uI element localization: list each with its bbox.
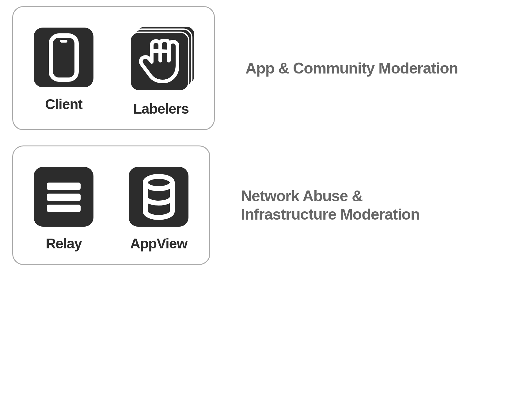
panel-top: Client Labelers [12, 6, 215, 130]
bars-icon [44, 177, 84, 217]
node-appview: AppView [127, 165, 191, 252]
row-network-infra: Relay AppView Network Abuse & Infrastruc… [6, 145, 526, 265]
node-labelers: Labelers [127, 25, 196, 117]
svg-rect-5 [47, 194, 81, 201]
node-appview-label: AppView [130, 235, 187, 252]
row-app-community: Client Labelers App & Community Moderati… [6, 6, 526, 130]
tile-labelers-stack [127, 25, 196, 94]
node-labelers-label: Labelers [133, 100, 189, 117]
phone-icon [48, 33, 79, 82]
stack-front [130, 32, 189, 91]
node-client: Client [32, 25, 96, 117]
node-client-label: Client [45, 96, 82, 112]
tile-bg [34, 167, 93, 227]
node-relay-label: Relay [46, 235, 82, 252]
tile-relay [32, 165, 96, 229]
tile-appview [127, 165, 191, 229]
database-icon [140, 174, 177, 220]
svg-rect-6 [47, 205, 81, 212]
svg-rect-4 [47, 183, 81, 190]
panel-bottom: Relay AppView [12, 145, 210, 265]
row-title-top: App & Community Moderation [245, 59, 458, 77]
row-title-bottom: Network Abuse & Infrastructure Moderatio… [241, 187, 455, 224]
svg-rect-1 [60, 40, 67, 43]
hand-icon [139, 39, 180, 84]
node-relay: Relay [32, 165, 96, 252]
tile-client [32, 25, 96, 90]
tile-bg [34, 28, 93, 87]
svg-point-7 [145, 176, 172, 189]
tile-bg [129, 167, 188, 227]
